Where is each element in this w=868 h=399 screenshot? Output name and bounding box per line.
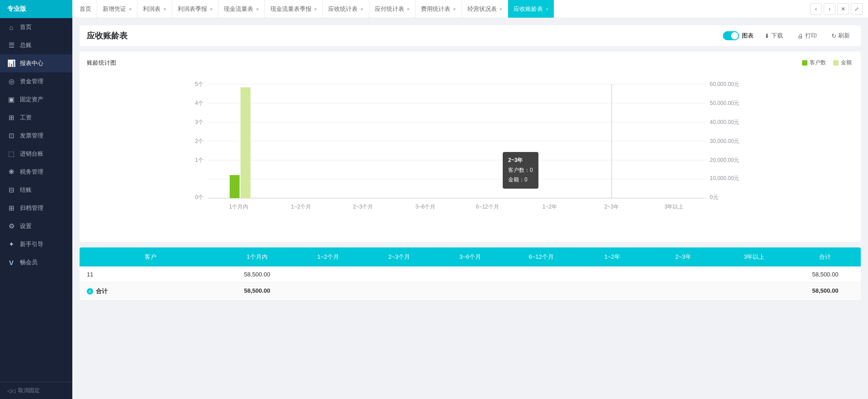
total-icon: ≡	[87, 288, 93, 294]
svg-text:5个: 5个	[195, 81, 203, 87]
th-m1: 1个月内	[222, 247, 292, 266]
sidebar-item-invoices[interactable]: ⊡ 发票管理	[0, 127, 72, 145]
sidebar-label-home: 首页	[20, 23, 32, 31]
sidebar: 专业版 ⌂ 首页 ☰ 总账 📊 报表中心 ◎ 资金管理 ▣ 固定资产 ⊞ 工资 …	[0, 0, 72, 399]
tab-cashflow[interactable]: 现金流量表 ×	[218, 0, 264, 18]
tab-home[interactable]: 首页	[74, 0, 97, 18]
refresh-button[interactable]: ↻ 刷新	[828, 30, 854, 42]
data-table: 客户 1个月内 1~2个月 2~3个月 3~6个月 6~12个月 1~2年 2~…	[80, 247, 861, 300]
tab-biz[interactable]: 经营状况表 ×	[462, 0, 508, 18]
sidebar-label-payroll: 工资	[20, 114, 32, 122]
svg-text:1个: 1个	[195, 157, 203, 163]
chart-toggle[interactable]: 图表	[723, 31, 754, 40]
funds-icon: ◎	[7, 77, 15, 86]
tab-close-all-button[interactable]: ✕	[837, 3, 849, 15]
tab-voucher-close[interactable]: ×	[129, 6, 132, 12]
page-title: 应收账龄表	[87, 30, 127, 41]
tab-voucher-label: 新增凭证	[103, 5, 126, 13]
sidebar-item-funds[interactable]: ◎ 资金管理	[0, 72, 72, 90]
sidebar-item-reports[interactable]: 📊 报表中心	[0, 54, 72, 72]
print-button[interactable]: 🖨 打印	[794, 30, 821, 42]
chart-svg: 5个 4个 3个 2个 1个 0个 60,000.00元 50,000.00元 …	[87, 71, 854, 233]
svg-text:2个: 2个	[195, 138, 203, 144]
tab-cashflow-q-label: 现金流量表季报	[270, 5, 311, 13]
tab-biz-close[interactable]: ×	[500, 6, 502, 12]
sidebar-item-archive[interactable]: ⊞ 归档管理	[0, 199, 72, 217]
sidebar-item-tax[interactable]: ❋ 税务管理	[0, 163, 72, 181]
sidebar-label-archive: 归档管理	[20, 204, 43, 212]
svg-text:60,000.00元: 60,000.00元	[710, 81, 739, 87]
tab-next-button[interactable]: ›	[824, 3, 835, 15]
tab-ar-aging-close[interactable]: ×	[546, 6, 548, 12]
tab-expense[interactable]: 费用统计表 ×	[415, 0, 462, 18]
toggle-label: 图表	[742, 32, 754, 40]
sidebar-label-assets: 固定资产	[20, 95, 43, 104]
th-m23: 2~3个月	[363, 247, 434, 266]
svg-text:0个: 0个	[195, 194, 203, 200]
sidebar-label-reports: 报表中心	[20, 59, 43, 67]
sidebar-label-guide: 新手引导	[20, 240, 43, 248]
sidebar-label-tax: 税务管理	[20, 168, 43, 176]
tab-expense-close[interactable]: ×	[453, 6, 456, 12]
tab-ar-stat-close[interactable]: ×	[360, 6, 363, 12]
toggle-track[interactable]	[723, 31, 739, 40]
td-total-label: ≡ 合计	[80, 283, 222, 300]
td-total-m36	[434, 283, 505, 300]
td-customer-0: 11	[80, 266, 222, 282]
sidebar-item-guide[interactable]: ✦ 新手引导	[0, 235, 72, 253]
sidebar-item-settings[interactable]: ⚙ 设置	[0, 217, 72, 235]
tab-ap-stat[interactable]: 应付统计表 ×	[369, 0, 415, 18]
tab-ap-stat-close[interactable]: ×	[407, 6, 410, 12]
legend-label-amount: 金额	[841, 59, 852, 66]
tab-controls: ‹ › ✕ ⤢	[807, 3, 866, 15]
legend-amount: 金额	[833, 59, 852, 66]
tab-cashflow-close[interactable]: ×	[256, 6, 259, 12]
sidebar-item-closing[interactable]: ⊟ 结账	[0, 181, 72, 199]
svg-text:1~2个月: 1~2个月	[291, 204, 311, 210]
assets-icon: ▣	[7, 95, 15, 104]
settings-icon: ⚙	[7, 222, 15, 230]
tab-cashflow-label: 现金流量表	[224, 5, 253, 13]
td-m23-0	[363, 266, 434, 282]
svg-text:30,000.00元: 30,000.00元	[710, 138, 739, 144]
tab-cashflow-q[interactable]: 现金流量表季报 ×	[265, 0, 323, 18]
tax-icon: ❋	[7, 168, 15, 176]
header-actions: 图表 ⬇ 下载 🖨 打印 ↻ 刷新	[723, 30, 854, 42]
tab-voucher[interactable]: 新增凭证 ×	[97, 0, 137, 18]
td-total-y23	[648, 283, 719, 300]
tab-profit[interactable]: 利润表 ×	[137, 0, 172, 18]
table-row: 11 58,500.00 58,500.00	[80, 266, 861, 283]
svg-text:40,000.00元: 40,000.00元	[710, 119, 739, 125]
table-header: 客户 1个月内 1~2个月 2~3个月 3~6个月 6~12个月 1~2年 2~…	[80, 247, 861, 266]
unpin-button[interactable]: ◁◁ 取消固定	[0, 382, 72, 399]
svg-text:50,000.00元: 50,000.00元	[710, 100, 739, 106]
tab-cashflow-q-close[interactable]: ×	[314, 6, 317, 12]
toggle-thumb	[731, 32, 738, 39]
tab-biz-label: 经营状况表	[467, 5, 497, 13]
tab-ar-aging-label: 应收账龄表	[514, 5, 543, 13]
sidebar-item-inventory[interactable]: ⬚ 进销台账	[0, 145, 72, 163]
tab-fullscreen-button[interactable]: ⤢	[851, 3, 863, 15]
tab-profit-q-close[interactable]: ×	[210, 6, 212, 12]
tab-profit-q[interactable]: 利润表季报 ×	[172, 0, 218, 18]
svg-text:1~2年: 1~2年	[542, 204, 557, 210]
download-button[interactable]: ⬇ 下载	[761, 30, 787, 42]
tab-prev-button[interactable]: ‹	[810, 3, 822, 15]
closing-icon: ⊟	[7, 186, 15, 194]
sidebar-item-payroll[interactable]: ⊞ 工资	[0, 109, 72, 127]
th-m612: 6~12个月	[506, 247, 577, 266]
svg-text:3年以上: 3年以上	[665, 204, 684, 210]
tab-profit-close[interactable]: ×	[163, 6, 166, 12]
tab-ar-stat[interactable]: 应收统计表 ×	[323, 0, 369, 18]
legend-customers: 客户数	[802, 59, 826, 66]
sidebar-item-vip[interactable]: V 畅会员	[0, 253, 72, 271]
tab-home-label: 首页	[80, 5, 91, 13]
sidebar-item-assets[interactable]: ▣ 固定资产	[0, 90, 72, 109]
tab-ar-aging[interactable]: 应收账龄表 ×	[508, 0, 554, 18]
svg-text:20,000.00元: 20,000.00元	[710, 157, 739, 163]
td-total-y12	[577, 283, 648, 300]
print-label: 打印	[805, 32, 817, 40]
sidebar-item-home[interactable]: ⌂ 首页	[0, 18, 72, 36]
sidebar-item-ledger[interactable]: ☰ 总账	[0, 36, 72, 54]
th-y12: 1~2年	[577, 247, 648, 266]
